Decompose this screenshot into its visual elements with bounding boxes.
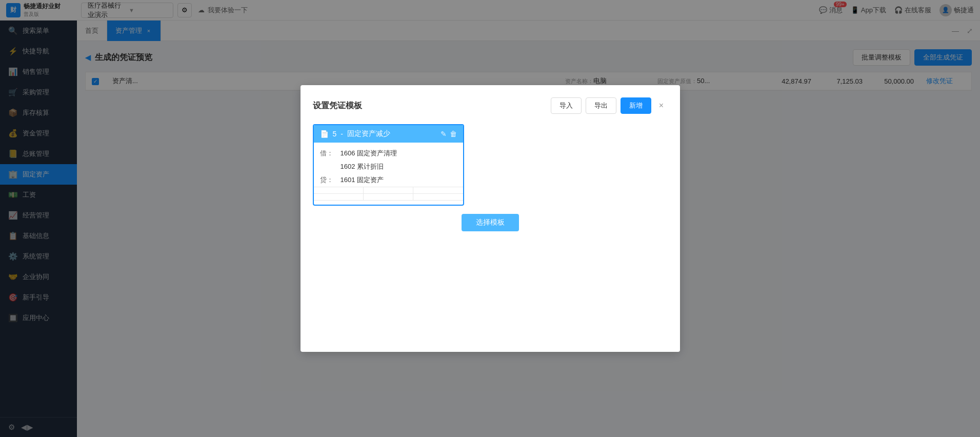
modal-close-button[interactable]: ×	[655, 100, 668, 112]
template-title: 📄 5 - 固定资产减少	[320, 129, 390, 138]
template-code: 5	[333, 130, 337, 138]
account-1601: 1601 固定资产	[341, 175, 457, 185]
modal-body: 📄 5 - 固定资产减少 ✎ 🗑 借： 1606 固定资产清理	[313, 124, 668, 231]
grid-cell-3	[314, 194, 364, 201]
modal-title: 设置凭证模板	[313, 101, 362, 111]
grid-cell-5	[413, 194, 463, 201]
credit-label: 贷：	[320, 175, 341, 185]
grid-cell-4	[364, 194, 413, 201]
edit-template-icon[interactable]: ✎	[441, 130, 447, 138]
account-1606: 1606 固定资产清理	[341, 149, 457, 158]
select-template-button[interactable]: 选择模板	[462, 214, 519, 231]
modal-header: 设置凭证模板 导入 导出 新增 ×	[313, 97, 668, 114]
template-name: 固定资产减少	[347, 129, 390, 138]
modal-actions: 导入 导出 新增	[551, 97, 651, 114]
account-1602: 1602 累计折旧	[341, 162, 457, 171]
modal-header-actions: 导入 导出 新增 ×	[551, 97, 668, 114]
template-row-0: 借： 1606 固定资产清理	[314, 147, 463, 160]
template-card-header: 📄 5 - 固定资产减少 ✎ 🗑	[314, 125, 463, 143]
modal-overlay: 设置凭证模板 导入 导出 新增 × 📄 5 - 固定资产减少	[0, 0, 980, 437]
template-card-body: 借： 1606 固定资产清理 1602 累计折旧 贷： 1601 固定资产	[314, 143, 463, 205]
grid-cell-2	[413, 187, 463, 194]
template-separator: -	[341, 130, 343, 138]
delete-template-icon[interactable]: 🗑	[450, 130, 457, 138]
new-template-button[interactable]: 新增	[621, 97, 651, 114]
template-card: 📄 5 - 固定资产减少 ✎ 🗑 借： 1606 固定资产清理	[313, 124, 464, 206]
grid-cell-0	[314, 187, 364, 194]
grid-cell-1	[364, 187, 413, 194]
template-card-icons: ✎ 🗑	[441, 130, 457, 138]
template-row-2: 贷： 1601 固定资产	[314, 173, 463, 187]
debit-label: 借：	[320, 149, 341, 158]
export-button[interactable]: 导出	[586, 97, 616, 114]
voucher-template-modal: 设置凭证模板 导入 导出 新增 × 📄 5 - 固定资产减少	[301, 85, 680, 352]
template-row-1: 1602 累计折旧	[314, 160, 463, 173]
import-button[interactable]: 导入	[551, 97, 582, 114]
template-grid	[314, 187, 463, 201]
template-doc-icon: 📄	[320, 130, 329, 138]
